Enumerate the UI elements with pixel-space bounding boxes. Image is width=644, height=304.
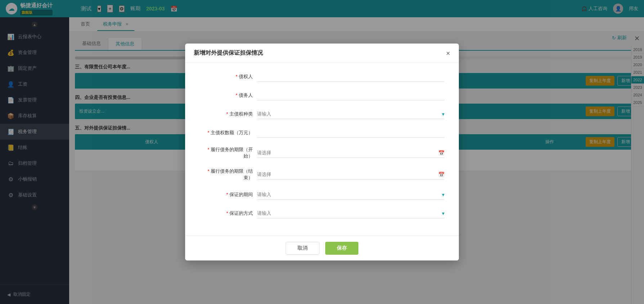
form-row-claim-type: * 主债权种类 ▾ [200, 109, 444, 119]
form-row-claim-amount: * 主债权数额（万元） [200, 128, 444, 138]
modal-footer: 取消 保存 [185, 236, 459, 260]
label-claim-amount: * 主债权数额（万元） [200, 130, 257, 136]
label-creditor: * 债权人 [200, 73, 257, 80]
label-guarantee-period: * 保证的期间 [200, 191, 257, 198]
input-period-start[interactable] [257, 148, 438, 158]
input-guarantee-period[interactable] [257, 190, 442, 199]
label-guarantee-method: * 保证的方式 [200, 210, 257, 217]
modal-close-btn[interactable]: × [446, 50, 450, 57]
chevron-down-guarantee-period-icon: ▾ [442, 192, 444, 198]
form-row-guarantee-period: * 保证的期间 ▾ [200, 190, 444, 200]
calendar-start-icon: 📅 [438, 150, 444, 156]
modal-title: 新增对外提供保证担保情况 [194, 49, 263, 57]
modal-header: 新增对外提供保证担保情况 × [185, 44, 459, 63]
date-period-end[interactable]: 📅 [257, 169, 444, 180]
form-row-period-end: * 履行债务的期限（结束） 📅 [200, 168, 444, 181]
modal-backdrop: 新增对外提供保证担保情况 × * 债权人 * 债务人 [0, 0, 644, 304]
input-claim-amount[interactable] [257, 128, 444, 138]
input-debtor[interactable] [257, 90, 444, 100]
select-guarantee-period[interactable]: ▾ [257, 190, 444, 200]
label-claim-type: * 主债权种类 [200, 111, 257, 117]
form-row-debtor: * 债务人 [200, 90, 444, 100]
cancel-button[interactable]: 取消 [286, 242, 319, 255]
input-claim-type[interactable] [257, 109, 442, 119]
label-debtor: * 债务人 [200, 92, 257, 99]
label-period-end: * 履行债务的期限（结束） [200, 168, 257, 181]
label-period-start: * 履行债务的期限（开始） [200, 146, 257, 159]
modal-body: * 债权人 * 债务人 * 主债权种类 [185, 63, 459, 236]
chevron-down-guarantee-method-icon: ▾ [442, 210, 444, 216]
form-row-creditor: * 债权人 [200, 72, 444, 82]
calendar-end-icon: 📅 [438, 172, 444, 177]
chevron-down-icon: ▾ [442, 111, 444, 117]
select-guarantee-method[interactable]: ▾ [257, 208, 444, 218]
select-claim-type[interactable]: ▾ [257, 109, 444, 119]
input-guarantee-method[interactable] [257, 208, 442, 218]
input-period-end[interactable] [257, 169, 438, 179]
modal-dialog: 新增对外提供保证担保情况 × * 债权人 * 债务人 [185, 44, 459, 260]
input-creditor[interactable] [257, 72, 444, 82]
date-period-start[interactable]: 📅 [257, 148, 444, 158]
form-row-guarantee-method: * 保证的方式 ▾ [200, 208, 444, 218]
save-button[interactable]: 保存 [325, 242, 358, 255]
form-row-period-start: * 履行债务的期限（开始） 📅 [200, 146, 444, 159]
